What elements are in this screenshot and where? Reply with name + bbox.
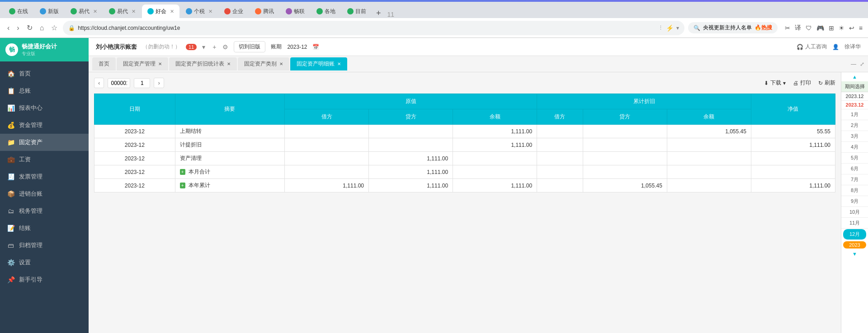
tab-close-fixed-assets[interactable]: ✕ — [158, 61, 162, 66]
bookmark-button[interactable]: ☆ — [49, 22, 59, 34]
period-month-11[interactable]: 11月 — [841, 218, 868, 229]
home-button[interactable]: ⌂ — [38, 22, 46, 34]
cut-icon[interactable]: ✂ — [785, 24, 790, 32]
new-tab-button[interactable]: + — [373, 9, 385, 18]
tab-close-yidai2[interactable]: ✕ — [132, 9, 136, 14]
brightness-icon[interactable]: ☀ — [839, 24, 844, 32]
settings-small-icon[interactable]: ⚙ — [222, 43, 228, 51]
tab-fixed-detail[interactable]: 固定资产明细账 ✕ — [290, 57, 347, 70]
search-bar[interactable]: 🔍 央视更新主持人名单 🔥热搜 — [688, 22, 778, 33]
period-month-2[interactable]: 2月 — [841, 120, 868, 131]
sidebar-item-settlement[interactable]: 📝 结账 — [0, 220, 89, 237]
tab-home[interactable]: 首页 — [92, 57, 116, 70]
headset-icon: 🎧 — [797, 44, 803, 50]
switch-version-button[interactable]: 切到旧版 — [234, 41, 265, 52]
human-service-button[interactable]: 🎧 人工咨询 — [797, 43, 827, 51]
tab-close-fixed-detail[interactable]: ✕ — [337, 61, 341, 66]
period-month-10[interactable]: 10月 — [841, 207, 868, 218]
period-month-5[interactable]: 5月 — [841, 153, 868, 164]
calendar-icon[interactable]: 📅 — [312, 44, 319, 50]
sidebar-item-guide[interactable]: 📌 新手引导 — [0, 271, 89, 288]
browser-tab-yidai2[interactable]: 易代 ✕ — [104, 5, 141, 18]
sidebar-item-general-ledger[interactable]: 📋 总账 — [0, 82, 89, 99]
prev-page-button[interactable]: ‹ — [94, 78, 104, 88]
refresh-button[interactable]: ↻ 刷新 — [818, 79, 835, 87]
browser-tab-tencent[interactable]: 腾讯 — [250, 5, 279, 18]
scroll-down-icon[interactable]: ▼ — [841, 249, 868, 258]
tab-close-yidai1[interactable]: ✕ — [93, 9, 97, 14]
dropdown-icon[interactable]: ▾ — [676, 25, 679, 31]
tab-fixed-category[interactable]: 固定资产类别 ✕ — [238, 57, 289, 70]
menu-icon[interactable]: ≡ — [859, 24, 863, 32]
print-button[interactable]: 🖨 打印 — [793, 79, 811, 87]
forward-button[interactable]: › — [15, 22, 21, 34]
period-month-1[interactable]: 1月 — [841, 109, 868, 120]
browser-tab-geshui[interactable]: 个税 ✕ — [180, 5, 218, 18]
tab-depreciation-stats[interactable]: 固定资产折旧统计表 ✕ — [169, 57, 237, 70]
tab-favicon-geshui — [186, 8, 192, 14]
period-month-7[interactable]: 7月 — [841, 174, 868, 185]
header-date: 日期 — [94, 94, 175, 125]
sidebar-item-home[interactable]: 🏠 首页 — [0, 65, 89, 82]
sidebar-item-reports[interactable]: 📊 报表中心 — [0, 99, 89, 117]
browser-tab-qiye[interactable]: 企业 — [219, 5, 249, 18]
hot-search-label: 🔥热搜 — [755, 24, 772, 32]
sidebar-item-funds[interactable]: 💰 资金管理 — [0, 117, 89, 134]
browser-tab-gedi[interactable]: 各地 — [311, 5, 341, 18]
notification-badge[interactable]: 11 — [186, 44, 197, 50]
tab-favicon-new — [40, 8, 46, 14]
tab-close-haohui[interactable]: ✕ — [170, 9, 174, 14]
period-month-3[interactable]: 3月 — [841, 131, 868, 142]
sidebar-item-invoice[interactable]: 🧾 发票管理 — [0, 168, 89, 185]
address-field[interactable]: 🔒 https://cloud.chanjet.com/accounting/u… — [63, 21, 684, 35]
download-button[interactable]: ⬇ 下载 ▾ — [764, 79, 786, 87]
human-service-label: 人工咨询 — [805, 43, 827, 51]
tab-fixed-assets[interactable]: 固定资产管理 ✕ — [117, 57, 168, 70]
reload-button[interactable]: ↻ — [25, 22, 34, 34]
site-info-icon[interactable]: ⋮ — [658, 25, 663, 31]
content-main: ‹ › ⬇ 下载 ▾ 🖨 打印 — [89, 72, 841, 333]
minimize-icon[interactable]: — — [851, 61, 856, 67]
sidebar-item-settings[interactable]: ⚙️ 设置 — [0, 254, 89, 271]
period-year-highlight[interactable]: 2023.12 — [841, 101, 868, 109]
sidebar-item-payroll[interactable]: 💼 工资 — [0, 151, 89, 168]
sidebar-item-purchase-sale[interactable]: 📦 进销台账 — [0, 185, 89, 202]
sidebar-item-fixed-assets[interactable]: 📁 固定资产 — [0, 134, 89, 151]
add-account-icon[interactable]: + — [212, 43, 216, 51]
grid-icon[interactable]: ⊞ — [829, 24, 834, 32]
browser-tab-new[interactable]: 新版 — [34, 5, 64, 18]
browser-tab-chang[interactable]: 畅联 — [280, 5, 310, 18]
next-page-button[interactable]: › — [154, 78, 164, 88]
browser-tab-yidai1[interactable]: 易代 ✕ — [65, 5, 103, 18]
toolbar-actions: ⬇ 下载 ▾ 🖨 打印 ↻ 刷新 — [764, 79, 835, 87]
dropdown-arrow-icon[interactable]: ▾ — [202, 43, 205, 51]
period-month-4[interactable]: 4月 — [841, 142, 868, 153]
tab-close-fixed-category[interactable]: ✕ — [279, 61, 283, 66]
browser-tab-muqian[interactable]: 目前 — [342, 5, 372, 18]
shield-icon[interactable]: 🛡 — [806, 24, 812, 32]
period-year-current[interactable]: 2023.12 — [841, 92, 868, 101]
period-month-12[interactable]: 12月 — [843, 229, 866, 240]
tab-close-depreciation-stats[interactable]: ✕ — [227, 61, 231, 66]
maximize-icon[interactable]: ⤢ — [860, 61, 864, 67]
browser-tab-haohui[interactable]: 好会 ✕ — [142, 5, 179, 18]
download-dropdown-icon[interactable]: ▾ — [783, 80, 786, 86]
period-month-6[interactable]: 6月 — [841, 164, 868, 174]
sidebar-item-tax[interactable]: 🗂 税务管理 — [0, 202, 89, 220]
tab-label-chang: 畅联 — [294, 8, 305, 15]
page-number-input[interactable] — [134, 78, 150, 88]
year-badge-2023[interactable]: 2023 — [843, 241, 866, 249]
period-month-8[interactable]: 8月 — [841, 185, 868, 196]
scroll-up-icon[interactable]: ▲ — [841, 72, 868, 81]
translate-icon[interactable]: 译 — [795, 24, 801, 32]
tab-close-geshui[interactable]: ✕ — [208, 9, 212, 14]
period-month-9[interactable]: 9月 — [841, 196, 868, 207]
sidebar-item-archive[interactable]: 🗃 归档管理 — [0, 237, 89, 254]
browser-tab-online[interactable]: 在线 — [4, 5, 33, 18]
asset-number-input[interactable] — [108, 78, 130, 88]
lightning-icon[interactable]: ⚡ — [666, 24, 674, 32]
tab-favicon-yidai1 — [71, 8, 77, 14]
back-button[interactable]: ‹ — [5, 22, 11, 34]
history-icon[interactable]: ↩ — [849, 24, 854, 32]
game-icon[interactable]: 🎮 — [816, 24, 824, 32]
